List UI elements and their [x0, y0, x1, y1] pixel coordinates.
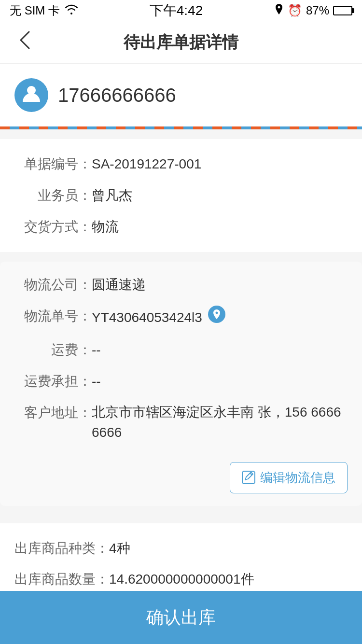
status-time: 下午4:42	[150, 1, 203, 20]
wifi-icon	[65, 4, 78, 17]
delivery-method-value: 物流	[92, 216, 348, 238]
stock-quantity-row: 出库商品数量： 14.620000000000001件	[14, 569, 348, 590]
status-left: 无 SIM 卡	[10, 3, 78, 18]
location-icon[interactable]	[208, 306, 225, 330]
dashed-divider	[0, 126, 362, 129]
bottom-bar: 确认出库	[0, 591, 362, 644]
logistics-section: 物流公司： 圆通速递 物流单号： YT43064053424l3 运费： -- …	[0, 262, 362, 505]
freight-label: 运费：	[14, 339, 92, 361]
edit-btn-container: 编辑物流信息	[14, 452, 348, 493]
freight-bearer-value: --	[92, 371, 348, 392]
logistics-company-row: 物流公司： 圆通速递	[14, 274, 348, 296]
stock-types-label: 出库商品种类：	[14, 538, 109, 560]
logistics-company-label: 物流公司：	[14, 274, 92, 296]
page-title: 待出库单据详情	[124, 31, 238, 54]
tracking-label: 物流单号：	[14, 306, 92, 327]
stock-quantity-label: 出库商品数量：	[14, 569, 109, 590]
content: 17666666666 单据编号： SA-20191227-001 业务员： 曾…	[0, 64, 362, 644]
sales-person-value: 曾凡杰	[92, 185, 348, 207]
order-info-section: 单据编号： SA-20191227-001 业务员： 曾凡杰 交货方式： 物流	[0, 139, 362, 252]
customer-header: 17666666666	[0, 64, 362, 126]
address-row: 客户地址： 北京市市辖区海淀区永丰南 张，156 6666 6666	[14, 402, 348, 443]
stock-types-row: 出库商品种类： 4种	[14, 538, 348, 560]
order-no-row: 单据编号： SA-20191227-001	[14, 154, 348, 175]
tracking-row: 物流单号： YT43064053424l3	[14, 306, 348, 330]
separator	[0, 506, 362, 514]
svg-rect-2	[242, 471, 255, 484]
customer-phone: 17666666666	[58, 84, 176, 106]
carrier-label: 无 SIM 卡	[10, 3, 60, 18]
stock-quantity-value: 14.620000000000001件	[109, 569, 348, 590]
battery-icon	[333, 6, 352, 15]
edit-icon	[242, 471, 255, 484]
address-value: 北京市市辖区海淀区永丰南 张，156 6666 6666	[92, 402, 348, 443]
back-button[interactable]	[14, 26, 35, 58]
confirm-button[interactable]: 确认出库	[146, 606, 216, 630]
sales-person-label: 业务员：	[14, 185, 92, 207]
tracking-value: YT43064053424l3	[92, 306, 348, 330]
delivery-method-row: 交货方式： 物流	[14, 216, 348, 238]
avatar	[14, 78, 48, 112]
delivery-method-label: 交货方式：	[14, 216, 92, 238]
freight-bearer-label: 运费承担：	[14, 371, 92, 392]
alarm-icon: ⏰	[288, 4, 302, 17]
user-icon	[21, 83, 42, 108]
freight-bearer-row: 运费承担： --	[14, 371, 348, 392]
stock-types-value: 4种	[109, 538, 348, 560]
edit-logistics-button[interactable]: 编辑物流信息	[230, 462, 348, 493]
battery-label: 87%	[306, 4, 329, 17]
location-status-icon	[274, 4, 284, 17]
order-no-value: SA-20191227-001	[92, 154, 348, 175]
status-right: ⏰ 87%	[274, 4, 352, 17]
sales-person-row: 业务员： 曾凡杰	[14, 185, 348, 207]
freight-row: 运费： --	[14, 339, 348, 361]
logistics-company-value: 圆通速递	[92, 274, 348, 296]
status-bar: 无 SIM 卡 下午4:42 ⏰ 87%	[0, 0, 362, 21]
order-no-label: 单据编号：	[14, 154, 92, 175]
nav-bar: 待出库单据详情	[0, 21, 362, 64]
freight-value: --	[92, 339, 348, 361]
address-label: 客户地址：	[14, 402, 92, 424]
